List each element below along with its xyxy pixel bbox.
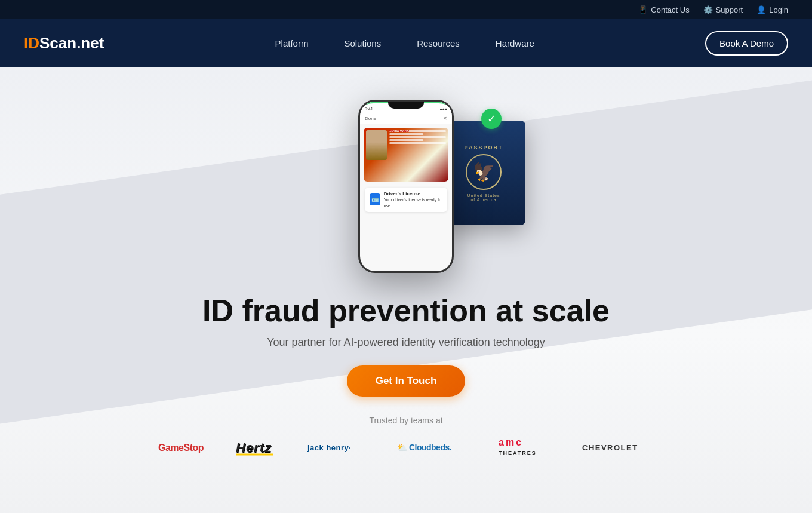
logo[interactable]: ID Scan.net — [24, 34, 104, 53]
verification-check-icon: ✓ — [481, 109, 502, 129]
cloudbeds-svg: ⛅ Cloudbeds. — [397, 440, 469, 455]
passport-seal: 🦅 — [466, 154, 502, 190]
nav-hardware[interactable]: Hardware — [496, 38, 534, 48]
passport-label: PASSPORT — [465, 145, 503, 150]
gamestop-svg: GameStop — [158, 441, 206, 454]
logo-id: ID — [24, 34, 39, 53]
chevrolet-logo: CHEVROLET — [582, 440, 654, 454]
dl-text: Driver's License Your driver's license i… — [384, 191, 442, 209]
hertz-logo: Hertz — [236, 439, 278, 456]
svg-text:⛅ Cloudbeds.: ⛅ Cloudbeds. — [397, 443, 451, 453]
svg-text:jack henry·: jack henry· — [307, 443, 351, 452]
navbar: ID Scan.net Platform Solutions Resources… — [0, 19, 812, 67]
passport-seal-emblem: 🦅 — [473, 161, 495, 182]
user-icon: 👤 — [757, 5, 765, 14]
cloudbeds-logo: ⛅ Cloudbeds. — [397, 440, 469, 455]
phone-screen: 9:41 ●●● Done ✕ MARYLAND — [360, 102, 452, 271]
phone-mockup: 9:41 ●●● Done ✕ MARYLAND — [358, 100, 454, 273]
amc-svg: amc THEATRES — [499, 437, 552, 457]
id-photo — [366, 130, 387, 160]
contact-us-link[interactable]: 📱 Contact Us — [639, 5, 689, 14]
trusted-text: Trusted by teams at — [369, 416, 442, 425]
top-bar: 📱 Contact Us ⚙️ Support 👤 Login — [0, 0, 812, 19]
nav-resources[interactable]: Resources — [417, 38, 460, 48]
support-link[interactable]: ⚙️ Support — [704, 5, 743, 14]
phone-icon: 📱 — [639, 5, 647, 14]
svg-text:THEATRES: THEATRES — [499, 450, 537, 456]
hero-subtitle: Your partner for AI-powered identity ver… — [267, 336, 545, 349]
dl-icon: 🪪 — [370, 193, 380, 205]
gamestop-logo: GameStop — [158, 441, 206, 454]
svg-text:amc: amc — [499, 437, 523, 447]
product-showcase: ✓ 9:41 ●●● Done ✕ MARYLAND — [227, 91, 585, 282]
id-card-preview: MARYLAND — [364, 128, 448, 182]
login-link[interactable]: 👤 Login — [757, 5, 788, 14]
hertz-svg: Hertz — [236, 439, 278, 456]
svg-text:GameStop: GameStop — [158, 443, 204, 453]
book-demo-button[interactable]: Book A Demo — [705, 31, 788, 56]
amc-logo: amc THEATRES — [499, 437, 552, 457]
phone-notch — [388, 102, 424, 109]
passport-country: United States of America — [467, 193, 500, 202]
phone-header: Done ✕ — [360, 113, 452, 124]
passport-mockup: PASSPORT 🦅 United States of America — [442, 121, 525, 225]
gear-icon: ⚙️ — [704, 5, 712, 14]
jackhenry-logo: jack henry· — [307, 441, 367, 454]
jackhenry-svg: jack henry· — [307, 441, 367, 454]
logo-scan: Scan.net — [39, 34, 104, 53]
nav-links: Platform Solutions Resources Hardware — [275, 38, 534, 48]
svg-text:Hertz: Hertz — [236, 440, 272, 455]
driver-license-label: 🪪 Driver's License Your driver's license… — [365, 188, 447, 212]
logos-row: GameStop Hertz jack henry· ⛅ Cloudbeds. — [134, 437, 678, 481]
nav-solutions[interactable]: Solutions — [344, 38, 381, 48]
chevrolet-svg: CHEVROLET — [582, 440, 654, 454]
svg-text:CHEVROLET: CHEVROLET — [582, 443, 638, 452]
hero-headline: ID fraud prevention at scale — [202, 294, 610, 328]
nav-platform[interactable]: Platform — [275, 38, 309, 48]
hero-section: ✓ 9:41 ●●● Done ✕ MARYLAND — [0, 67, 812, 513]
get-in-touch-button[interactable]: Get In Touch — [347, 365, 466, 397]
